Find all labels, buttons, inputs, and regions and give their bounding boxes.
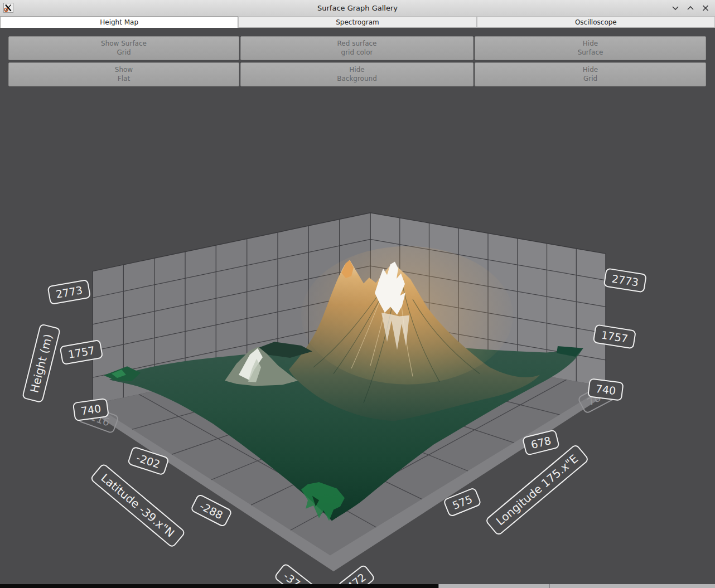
- minimize-icon[interactable]: [671, 4, 679, 12]
- title-bar[interactable]: Surface Graph Gallery: [0, 0, 715, 17]
- taskbar-segment: [438, 584, 715, 588]
- taskbar-divider: [549, 584, 550, 588]
- tab-bar: Height Map Spectrogram Oscilloscope: [0, 16, 715, 28]
- surface-plot-3d[interactable]: [0, 28, 715, 584]
- show-flat-button[interactable]: ShowFlat: [8, 62, 239, 86]
- close-icon[interactable]: [702, 4, 709, 12]
- tab-height-map[interactable]: Height Map: [0, 16, 238, 28]
- maximize-icon[interactable]: [687, 4, 694, 12]
- tab-oscilloscope[interactable]: Oscilloscope: [477, 16, 715, 28]
- window-controls: [671, 0, 709, 16]
- app-window: Surface Graph Gallery Height Map Spectro…: [0, 0, 715, 588]
- show-surface-grid-button[interactable]: Show SurfaceGrid: [8, 36, 239, 60]
- window-title: Surface Graph Gallery: [0, 0, 715, 16]
- desktop-taskbar-strip: [0, 584, 715, 588]
- hide-grid-button[interactable]: HideGrid: [475, 62, 706, 86]
- hide-surface-button[interactable]: HideSurface: [475, 36, 706, 60]
- tab-spectrogram[interactable]: Spectrogram: [238, 16, 476, 28]
- hide-background-button[interactable]: HideBackground: [240, 62, 474, 86]
- height-map-pane: Show SurfaceGrid Red surfacegrid color H…: [0, 28, 715, 584]
- surface-grid-color-button[interactable]: Red surfacegrid color: [240, 36, 474, 60]
